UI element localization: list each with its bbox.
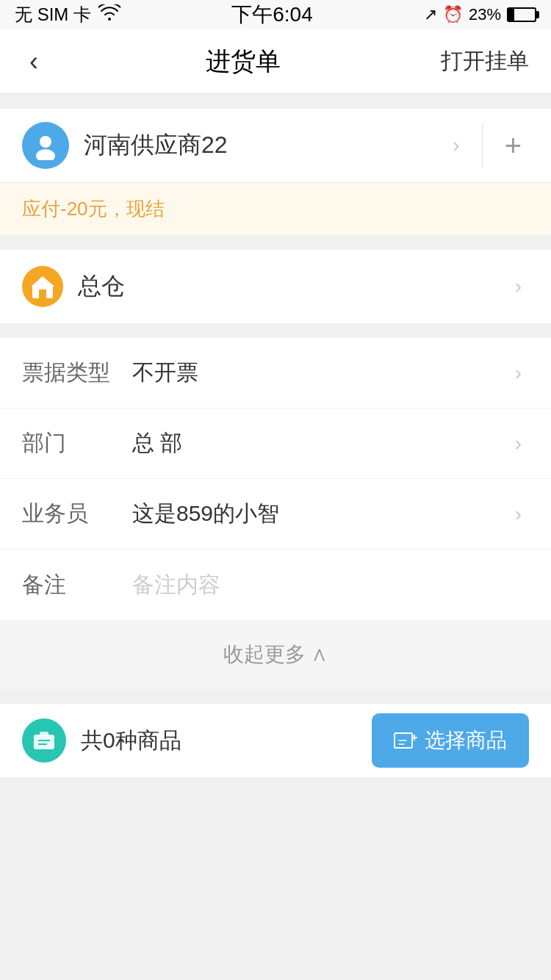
warehouse-section: 总仓 › [0,250,551,323]
note-row[interactable]: 备注 备注内容 [0,550,551,620]
wifi-icon [98,4,120,25]
svg-marker-4 [31,276,54,287]
svg-rect-7 [40,732,48,736]
product-icon [22,718,66,763]
supplier-row[interactable]: 河南供应商22 › + [0,109,551,182]
chevron-right-icon: › [515,502,522,526]
note-label: 备注 [22,570,118,600]
warehouse-row[interactable]: 总仓 › [0,250,551,323]
ticket-type-value: 不开票 [118,358,515,388]
page-title: 进货单 [206,45,281,79]
supplier-name: 河南供应商22 [84,129,453,162]
collapse-row[interactable]: 收起更多 ∧ [0,620,551,689]
vertical-divider [482,123,483,167]
chevron-right-icon: › [453,134,459,157]
bottom-section: 共0种商品 选择商品 [0,704,551,777]
chevron-right-icon: › [515,361,522,385]
background-fill [0,777,551,980]
product-count: 共0种商品 [81,726,372,756]
department-value: 总 部 [118,428,515,458]
location-icon: ↗ [424,5,437,24]
back-button[interactable]: ‹ [22,39,46,84]
avatar [22,122,69,169]
svg-point-1 [40,136,51,148]
nav-bar: ‹ 进货单 打开挂单 [0,29,551,94]
ticket-type-row[interactable]: 票据类型 不开票 › [0,338,551,408]
open-pending-button[interactable]: 打开挂单 [441,46,529,76]
notice-row: 应付-20元，现结 [0,182,551,235]
warehouse-label: 总仓 [78,270,515,303]
salesman-value: 这是859的小智 [118,499,515,529]
salesman-row[interactable]: 业务员 这是859的小智 › [0,479,551,550]
section-divider-1 [0,235,551,250]
note-placeholder[interactable]: 备注内容 [118,570,529,600]
ticket-type-label: 票据类型 [22,358,118,388]
svg-rect-5 [39,289,46,298]
form-section: 票据类型 不开票 › 部门 总 部 › 业务员 这是859的小智 › 备注 备注… [0,338,551,620]
select-btn-label: 选择商品 [425,727,507,754]
chevron-right-icon: › [515,275,522,298]
department-label: 部门 [22,428,118,458]
alarm-icon: ⏰ [443,5,463,24]
select-product-button[interactable]: 选择商品 [372,713,529,768]
notice-text: 应付-20元，现结 [22,198,165,220]
add-button[interactable]: + [497,122,529,170]
svg-rect-6 [34,735,54,749]
status-time: 下午6:04 [231,1,313,29]
warehouse-icon [22,266,63,307]
carrier-label: 无 SIM 卡 [15,3,91,26]
status-left: 无 SIM 卡 [15,3,120,26]
collapse-text: 收起更多 ∧ [223,641,328,669]
top-divider [0,94,551,109]
department-row[interactable]: 部门 总 部 › [0,408,551,479]
status-right: ↗ ⏰ 23% [424,5,536,24]
chevron-right-icon: › [515,432,522,455]
battery-icon [507,7,536,22]
salesman-label: 业务员 [22,499,118,529]
battery-percent: 23% [469,5,501,24]
supplier-section: 河南供应商22 › + 应付-20元，现结 [0,109,551,235]
status-bar: 无 SIM 卡 下午6:04 ↗ ⏰ 23% [0,0,551,29]
